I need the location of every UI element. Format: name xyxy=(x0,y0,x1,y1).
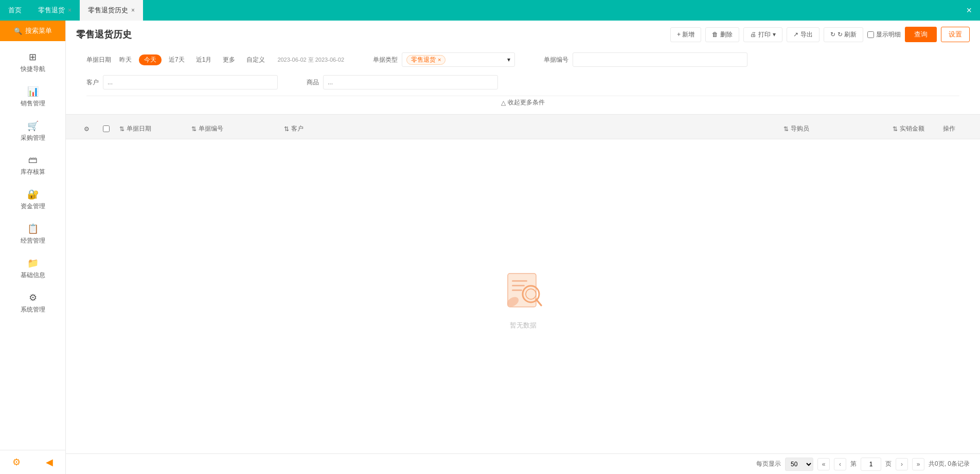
sidebar-item-sales-mgmt[interactable]: 📊 销售管理 xyxy=(0,80,65,114)
sidebar-item-basic-info-label: 基础信息 xyxy=(21,271,45,280)
page-header: 零售退货历史 + 新增 🗑 删除 🖨 打印 ▾ ↗ 导出 ↻ xyxy=(66,21,980,115)
collapse-label: 收起更多条件 xyxy=(508,98,545,107)
refresh-icon: ↻ xyxy=(830,31,835,38)
page-title: 零售退货历史 xyxy=(76,28,132,41)
th-bill-no[interactable]: ⇅ 单据编号 xyxy=(187,124,280,133)
date-range-display: 2023-06-02 至 2023-06-02 xyxy=(277,56,344,64)
th-guide[interactable]: ⇅ 导购员 xyxy=(779,124,857,133)
empty-illustration xyxy=(497,263,549,315)
date-btn-custom[interactable]: 自定义 xyxy=(242,54,269,65)
tab-retail-return-close[interactable]: × xyxy=(68,7,72,14)
next-page-button[interactable]: › xyxy=(896,458,908,470)
date-filter-options: 昨天 今天 近7天 近1月 更多 自定义 xyxy=(115,54,269,65)
tab-retail-return-history-close[interactable]: × xyxy=(131,7,135,14)
print-button[interactable]: 🖨 打印 ▾ xyxy=(743,27,782,42)
show-detail-label: 显示明细 xyxy=(876,30,901,39)
export-button[interactable]: ↗ 导出 xyxy=(787,27,819,42)
bill-type-select[interactable]: 零售退货 × ▾ xyxy=(402,52,515,67)
setting-button[interactable]: 设置 xyxy=(941,27,970,42)
export-icon: ↗ xyxy=(793,31,798,38)
sidebar-item-purchase-mgmt[interactable]: 🛒 采购管理 xyxy=(0,114,65,149)
prev-page-button[interactable]: ‹ xyxy=(834,458,846,470)
th-customer-sort: ⇅ xyxy=(284,125,289,133)
date-btn-today[interactable]: 今天 xyxy=(139,54,162,65)
sidebar-item-operation-mgmt[interactable]: 📋 经营管理 xyxy=(0,217,65,251)
date-btn-7days[interactable]: 近7天 xyxy=(165,54,189,65)
sidebar-item-quick-nav[interactable]: ⊞ 快捷导航 xyxy=(0,45,65,80)
date-btn-more[interactable]: 更多 xyxy=(219,54,239,65)
sidebar-item-quick-nav-label: 快捷导航 xyxy=(21,65,45,74)
th-amount[interactable]: ⇅ 实销金额 xyxy=(857,124,929,133)
tab-retail-return-label: 零售退货 xyxy=(38,6,65,15)
tab-retail-return[interactable]: 零售退货 × xyxy=(30,0,80,21)
search-icon: 🔍 xyxy=(14,27,22,35)
tab-retail-return-history-label: 零售退货历史 xyxy=(88,6,128,15)
svg-rect-1 xyxy=(512,280,527,282)
select-all-checkbox[interactable] xyxy=(103,125,110,132)
sidebar-item-system-mgmt-label: 系统管理 xyxy=(21,305,45,314)
first-page-icon: « xyxy=(822,461,826,468)
tab-home[interactable]: 首页 xyxy=(0,0,30,21)
top-bar-right: × xyxy=(966,5,980,16)
delete-button[interactable]: 🗑 删除 xyxy=(705,27,739,42)
tab-retail-return-history[interactable]: 零售退货历史 × xyxy=(80,0,143,21)
sidebar-item-basic-info[interactable]: 📁 基础信息 xyxy=(0,251,65,286)
th-bill-date[interactable]: ⇅ 单据日期 xyxy=(115,124,187,133)
bill-type-tag-value: 零售退货 xyxy=(411,56,436,64)
last-page-icon: » xyxy=(917,461,920,468)
sidebar-item-inventory[interactable]: 🗃 库存核算 xyxy=(0,149,65,183)
bill-no-label: 单据编号 xyxy=(544,56,568,64)
content-area: 零售退货历史 + 新增 🗑 删除 🖨 打印 ▾ ↗ 导出 ↻ xyxy=(66,21,980,474)
first-page-button[interactable]: « xyxy=(817,458,830,470)
toolbar: + 新增 🗑 删除 🖨 打印 ▾ ↗ 导出 ↻ ↻ 刷新 xyxy=(670,27,970,42)
page-size-select[interactable]: 10 20 50 100 xyxy=(785,458,813,471)
page-size-label: 每页显示 xyxy=(756,460,781,468)
next-page-icon: › xyxy=(901,461,903,468)
date-btn-yesterday[interactable]: 昨天 xyxy=(115,54,136,65)
page-label-prefix: 第 xyxy=(850,460,857,468)
show-detail-checkbox-label[interactable]: 显示明细 xyxy=(867,30,901,39)
page-number-input[interactable] xyxy=(861,458,881,471)
sidebar-item-finance-mgmt[interactable]: 🔐 资金管理 xyxy=(0,183,65,217)
bill-type-dropdown-icon: ▾ xyxy=(507,56,510,63)
customer-input[interactable] xyxy=(103,75,278,89)
th-guide-sort: ⇅ xyxy=(783,125,789,133)
sidebar-item-system-mgmt[interactable]: ⚙ 系统管理 xyxy=(0,286,65,320)
add-button[interactable]: + 新增 xyxy=(670,27,701,42)
sidebar: 🔍 搜索菜单 ⊞ 快捷导航 📊 销售管理 🛒 采购管理 🗃 库存核算 🔐 xyxy=(0,21,66,474)
date-range-text: 2023-06-02 至 2023-06-02 xyxy=(277,56,344,64)
th-amount-text: 实销金额 xyxy=(900,124,924,133)
sales-mgmt-icon: 📊 xyxy=(27,86,39,97)
table-header: ⚙ ⇅ 单据日期 ⇅ 单据编号 ⇅ 客户 ⇅ xyxy=(66,119,980,139)
th-amount-sort: ⇅ xyxy=(893,125,898,133)
th-bill-no-sort: ⇅ xyxy=(191,125,197,133)
table-wrapper: ⚙ ⇅ 单据日期 ⇅ 单据编号 ⇅ 客户 ⇅ xyxy=(66,119,980,474)
page-total: 共0页, 0条记录 xyxy=(929,460,970,468)
date-btn-1month[interactable]: 近1月 xyxy=(192,54,216,65)
show-detail-checkbox[interactable] xyxy=(867,31,874,38)
th-ops-text: 操作 xyxy=(943,124,955,133)
svg-point-5 xyxy=(526,289,536,299)
th-checkbox[interactable] xyxy=(97,125,115,132)
sidebar-search-label: 搜索菜单 xyxy=(25,26,52,35)
bill-no-input[interactable] xyxy=(573,52,747,67)
sidebar-nav: ⊞ 快捷导航 📊 销售管理 🛒 采购管理 🗃 库存核算 🔐 资金管理 📋 xyxy=(0,41,65,450)
settings-icon: ⚙ xyxy=(84,125,90,133)
sidebar-collapse-icon[interactable]: ◀ xyxy=(46,457,53,468)
sidebar-bottom: ⚙ ◀ xyxy=(0,450,65,474)
query-button[interactable]: 查询 xyxy=(905,27,937,42)
bill-type-tag-close[interactable]: × xyxy=(438,57,441,63)
goods-input[interactable] xyxy=(323,75,498,89)
refresh-button[interactable]: ↻ ↻ 刷新 xyxy=(824,27,863,42)
last-page-button[interactable]: » xyxy=(912,458,924,470)
th-customer[interactable]: ⇅ 客户 xyxy=(280,124,779,133)
window-close-button[interactable]: × xyxy=(966,5,972,16)
sidebar-item-sales-mgmt-label: 销售管理 xyxy=(21,99,45,108)
th-settings[interactable]: ⚙ xyxy=(76,125,97,133)
collapse-button[interactable]: △ 收起更多条件 xyxy=(501,98,545,107)
sidebar-search-button[interactable]: 🔍 搜索菜单 xyxy=(0,21,65,41)
filter-row-2: 客户 商品 xyxy=(86,71,959,94)
sidebar-settings-icon[interactable]: ⚙ xyxy=(12,457,21,468)
main-layout: 🔍 搜索菜单 ⊞ 快捷导航 📊 销售管理 🛒 采购管理 🗃 库存核算 🔐 xyxy=(0,21,980,474)
bill-type-label: 单据类型 xyxy=(373,56,398,64)
